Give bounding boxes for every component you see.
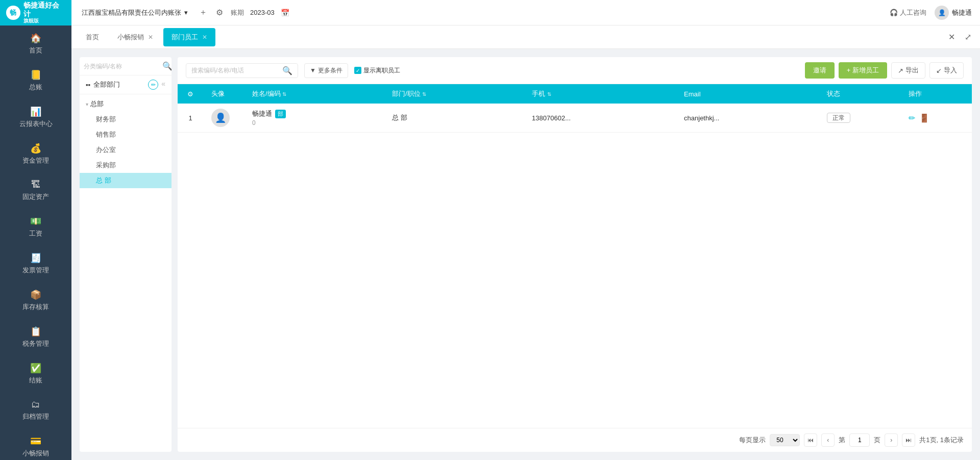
show-resigned-label: 显示离职员工 [363,66,400,75]
dept-item-sales[interactable]: 销售部 [80,127,172,142]
cell-avatar: 👤 [203,104,244,133]
name-code-cell: 畅捷通 部 0 [252,109,376,126]
page-size-select[interactable]: 50 10 20 100 [770,434,800,446]
col-index: ⚙ [178,84,203,104]
invite-button[interactable]: 邀请 [805,62,835,79]
employee-panel: 🔍 ▼ 更多条件 ✓ 显示离职员工 邀请 + 新增员工 ↗ [178,57,972,452]
employee-search-icon[interactable]: 🔍 [282,66,292,75]
tab-close-all-button[interactable]: ✕ [945,31,958,43]
sidebar-item-reports[interactable]: 📊 云报表中心 [0,99,71,136]
settings-icon[interactable]: ⚙ [214,8,225,18]
checkout-icon: ✅ [30,363,41,374]
col-dept-position[interactable]: 部门/职位 ⇅ [384,84,524,104]
dept-header-actions: ✏ « [148,80,165,90]
cell-actions: ✏ 🚪 [900,104,972,133]
tab-xiao-chang-close[interactable]: ✕ [148,34,153,41]
sidebar-item-tax[interactable]: 📋 税务管理 [0,319,71,355]
calendar-icon[interactable]: 📅 [281,9,289,17]
sidebar-item-wages[interactable]: 💵 工资 [0,209,71,245]
prev-page-button[interactable]: ‹ [821,433,835,447]
export-button[interactable]: ↗ 导出 [891,62,925,79]
dept-search-icon[interactable]: 🔍 [162,61,172,71]
employee-data-table: ⚙ 头像 姓名/编码 ⇅ 部门/职位 ⇅ [178,84,972,133]
sidebar-label-invoices: 发票管理 [22,266,49,275]
last-page-button[interactable]: ⏭ [902,433,915,447]
tab-home[interactable]: 首页 [78,28,107,46]
edit-button[interactable]: ✏ [909,113,915,123]
employee-name: 畅捷通 部 [252,109,376,118]
next-page-button[interactable]: › [885,433,898,447]
employee-avatar: 👤 [211,109,230,127]
show-resigned-checkbox[interactable]: ✓ 显示离职员工 [354,66,400,75]
top-bar: 畅 畅捷通好会计 旗舰版 江西服宝精品有限责任公司内账张 ▾ ＋ ⚙ 账期 20… [0,0,980,25]
sidebar-item-checkout[interactable]: ✅ 结账 [0,355,71,392]
delete-button[interactable]: 🚪 [919,113,929,123]
company-selector[interactable]: 江西服宝精品有限责任公司内账张 ▾ [78,6,192,19]
dept-office-label: 办公室 [96,146,116,154]
tab-xiao-chang-bao-xiao[interactable]: 小畅报销 ✕ [109,28,161,46]
add-employee-button[interactable]: + 新增员工 [839,62,887,79]
sidebar-item-funds[interactable]: 💰 资金管理 [0,136,71,172]
dept-item-purchasing[interactable]: 采购部 [80,158,172,173]
dept-sort-icon: ⇅ [422,91,426,97]
employee-search-input[interactable] [191,67,279,74]
sidebar-item-ledger[interactable]: 📒 总账 [0,62,71,99]
cell-dept-position: 总 部 [384,104,524,133]
sidebar-item-archive[interactable]: 🗂 归档管理 [0,392,71,428]
dept-search-input[interactable] [84,63,160,70]
dept-section-headquarter[interactable]: ▾ 总部 [80,96,172,112]
fixed-assets-icon: 🏗 [31,180,40,190]
mobile-sort-icon: ⇅ [547,91,551,97]
sidebar-label-home: 首页 [29,46,42,55]
tab-expand-button[interactable]: ⤢ [962,31,974,43]
consultant-button[interactable]: 🎧 人工咨询 [890,8,926,17]
inventory-icon: 📦 [30,289,41,300]
grid-icon: ▪▪ [86,81,90,89]
xiao-chang-icon: 💳 [30,436,41,447]
page-content: 🔍 ▪▪ 全部部门 ✏ « ▾ 总部 财务部 [71,49,980,460]
pagination: 每页显示 50 10 20 100 ⏮ ‹ 第 页 › ⏭ 共1页, 1条记录 [178,428,972,452]
dept-item-general[interactable]: 总 部 [80,173,172,188]
logo-area: 畅 畅捷通好会计 旗舰版 [0,0,71,25]
logo-text-area: 畅捷通好会计 旗舰版 [23,1,66,24]
total-info: 共1页, 1条记录 [919,436,964,445]
cell-name-code: 畅捷通 部 0 [244,104,384,133]
add-tab-button[interactable]: ＋ [198,8,208,18]
export-label: 导出 [905,66,919,75]
more-filter-button[interactable]: ▼ 更多条件 [304,63,348,78]
sidebar-item-invoices[interactable]: 🧾 发票管理 [0,245,71,282]
chevron-down-icon: ▾ [86,101,88,107]
dept-item-finance[interactable]: 财务部 [80,112,172,127]
sidebar-item-fixed-assets[interactable]: 🏗 固定资产 [0,172,71,209]
col-name-code[interactable]: 姓名/编码 ⇅ [244,84,384,104]
col-mobile[interactable]: 手机 ⇅ [524,84,676,104]
home-icon: 🏠 [30,33,41,44]
tab-dept-employee[interactable]: 部门员工 ✕ [163,28,215,46]
tab-xiao-chang-label: 小畅报销 [117,33,144,42]
dept-item-office[interactable]: 办公室 [80,142,172,158]
resigned-checkbox-icon: ✓ [354,67,361,74]
employee-toolbar: 🔍 ▼ 更多条件 ✓ 显示离职员工 邀请 + 新增员工 ↗ [178,57,972,84]
tab-dept-close[interactable]: ✕ [202,34,207,41]
sidebar-label-funds: 资金管理 [22,156,49,165]
sidebar-item-home[interactable]: 🏠 首页 [0,25,71,62]
employee-code-text: 0 [252,119,376,126]
dept-edit-icon[interactable]: ✏ [148,80,158,90]
user-info[interactable]: 👤 畅捷通 [935,6,972,20]
dept-purchasing-label: 采购部 [96,161,116,169]
sidebar-item-xiao-chang[interactable]: 💳 小畅报销 [0,428,71,460]
current-page-input[interactable] [849,433,870,447]
sidebar-label-wages: 工资 [29,229,42,238]
employee-name-text: 畅捷通 [252,109,272,118]
dept-collapse-icon[interactable]: « [161,80,165,90]
sidebar-label-reports: 云报表中心 [19,119,53,129]
sidebar-label-archive: 归档管理 [22,412,49,421]
page-size-label: 每页显示 [739,436,766,445]
first-page-button[interactable]: ⏮ [804,433,817,447]
all-dept-label: 全部部门 [93,80,120,89]
sidebar-item-inventory[interactable]: 📦 库存核算 [0,282,71,319]
main-layout: 🏠 首页 📒 总账 📊 云报表中心 💰 资金管理 🏗 固定资产 💵 工资 🧾 发… [0,25,980,460]
reports-icon: 📊 [30,106,41,117]
import-button[interactable]: ↙ 导入 [929,62,964,79]
col-avatar: 头像 [203,84,244,104]
